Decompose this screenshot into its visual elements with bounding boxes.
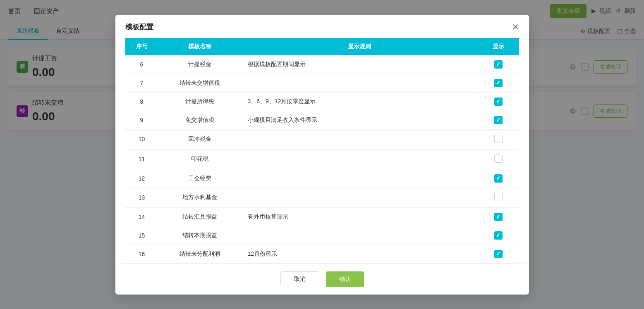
cell-id: 12 xyxy=(125,169,158,188)
table-header: 序号 模板名称 显示规则 显示 xyxy=(125,38,519,55)
table-row: 13地方水利基金 xyxy=(125,188,519,207)
cell-checkbox[interactable] xyxy=(478,149,519,169)
cell-rule xyxy=(241,74,478,92)
cell-name: 计提税金 xyxy=(158,55,241,74)
cell-rule: 3、6、9、12月按季度显示 xyxy=(241,92,478,111)
table-body: 6计提税金根据模板配置期间显示7结转未交增值税8计提所得税3、6、9、12月按季… xyxy=(125,55,519,264)
cell-rule xyxy=(241,188,478,207)
cell-id: 15 xyxy=(125,226,158,245)
checkbox-7[interactable] xyxy=(494,79,503,87)
cancel-button[interactable]: 取消 xyxy=(280,271,319,287)
table-row: 11印花税 xyxy=(125,149,519,169)
table-row: 10回冲税金 xyxy=(125,129,519,149)
table-row: 16结转未分配利润12月份显示 xyxy=(125,245,519,263)
cell-id: 10 xyxy=(125,129,158,149)
cell-name: 回冲税金 xyxy=(158,129,241,149)
cell-name: 结转本期损益 xyxy=(158,226,241,245)
checkbox-9[interactable] xyxy=(494,116,503,124)
cell-id: 16 xyxy=(125,245,158,263)
cell-id: 6 xyxy=(125,55,158,74)
dialog-footer: 取消 确认 xyxy=(115,264,529,295)
cell-name: 印花税 xyxy=(158,149,241,169)
cell-rule: 12月份显示 xyxy=(241,245,478,263)
cell-rule xyxy=(241,226,478,245)
col-index: 序号 xyxy=(125,38,158,55)
cell-name: 计提所得税 xyxy=(158,92,241,111)
checkbox-15[interactable] xyxy=(494,231,503,240)
dialog-close-button[interactable]: ✕ xyxy=(512,23,519,31)
cell-rule: 小规模且满足收入条件显示 xyxy=(241,111,478,129)
checkbox-11[interactable] xyxy=(494,154,503,163)
template-config-dialog: 模板配置 ✕ 序号 模板名称 显示规则 显示 6计提税金根据模板配置期间显示7结… xyxy=(115,15,529,295)
cell-checkbox[interactable] xyxy=(478,245,519,263)
cell-id: 11 xyxy=(125,149,158,169)
cell-checkbox[interactable] xyxy=(478,207,519,226)
table-row: 9免交增值税小规模且满足收入条件显示 xyxy=(125,111,519,129)
config-table: 序号 模板名称 显示规则 显示 6计提税金根据模板配置期间显示7结转未交增值税8… xyxy=(125,38,519,264)
table-row: 6计提税金根据模板配置期间显示 xyxy=(125,55,519,74)
cell-rule: 有外币核算显示 xyxy=(241,207,478,226)
checkbox-6[interactable] xyxy=(494,60,503,69)
cell-id: 7 xyxy=(125,74,158,92)
table-row: 15结转本期损益 xyxy=(125,226,519,245)
col-name: 模板名称 xyxy=(158,38,241,55)
cell-id: 14 xyxy=(125,207,158,226)
checkbox-8[interactable] xyxy=(494,97,503,106)
cell-checkbox[interactable] xyxy=(478,111,519,129)
cell-rule xyxy=(241,129,478,149)
dialog-body: 序号 模板名称 显示规则 显示 6计提税金根据模板配置期间显示7结转未交增值税8… xyxy=(115,38,529,264)
cell-name: 结转汇兑损益 xyxy=(158,207,241,226)
dialog-title: 模板配置 xyxy=(125,22,153,32)
modal-overlay: 模板配置 ✕ 序号 模板名称 显示规则 显示 6计提税金根据模板配置期间显示7结… xyxy=(0,0,644,309)
table-row: 12工会经费 xyxy=(125,169,519,188)
cell-name: 工会经费 xyxy=(158,169,241,188)
cell-checkbox[interactable] xyxy=(478,169,519,188)
cell-name: 地方水利基金 xyxy=(158,188,241,207)
cell-checkbox[interactable] xyxy=(478,55,519,74)
checkbox-14[interactable] xyxy=(494,213,503,221)
checkbox-12[interactable] xyxy=(494,174,503,183)
checkbox-16[interactable] xyxy=(494,250,503,258)
cell-checkbox[interactable] xyxy=(478,226,519,245)
checkbox-10[interactable] xyxy=(494,135,503,143)
table-row: 14结转汇兑损益有外币核算显示 xyxy=(125,207,519,226)
table-row: 7结转未交增值税 xyxy=(125,74,519,92)
cell-checkbox[interactable] xyxy=(478,92,519,111)
cell-checkbox[interactable] xyxy=(478,129,519,149)
checkbox-13[interactable] xyxy=(494,193,503,201)
cell-name: 结转未交增值税 xyxy=(158,74,241,92)
cell-rule xyxy=(241,149,478,169)
cell-checkbox[interactable] xyxy=(478,74,519,92)
cell-name: 结转未分配利润 xyxy=(158,245,241,263)
cell-id: 9 xyxy=(125,111,158,129)
col-rule: 显示规则 xyxy=(241,38,478,55)
dialog-header: 模板配置 ✕ xyxy=(115,15,529,38)
col-display: 显示 xyxy=(478,38,519,55)
cell-id: 13 xyxy=(125,188,158,207)
cell-name: 免交增值税 xyxy=(158,111,241,129)
cell-rule: 根据模板配置期间显示 xyxy=(241,55,478,74)
table-row: 8计提所得税3、6、9、12月按季度显示 xyxy=(125,92,519,111)
cell-id: 8 xyxy=(125,92,158,111)
cell-checkbox[interactable] xyxy=(478,188,519,207)
confirm-button[interactable]: 确认 xyxy=(326,271,364,287)
cell-rule xyxy=(241,169,478,188)
